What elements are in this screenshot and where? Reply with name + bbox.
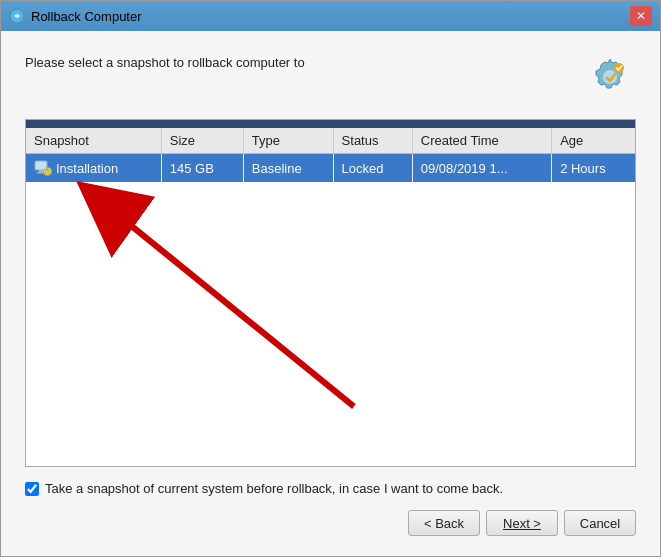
table-wrapper[interactable]: Snapshot Size Type Status Created Time A… (26, 128, 635, 466)
cell-age: 2 Hours (552, 154, 635, 183)
cell-snapshot-name: Installation (56, 161, 118, 176)
instruction-text: Please select a snapshot to rollback com… (25, 55, 305, 70)
col-header-status: Status (333, 128, 412, 154)
title-bar: Rollback Computer ✕ (1, 1, 660, 31)
main-window: Rollback Computer ✕ Please select a snap… (0, 0, 661, 557)
checkbox-row: Take a snapshot of current system before… (25, 481, 636, 496)
table-row[interactable]: Installation 145 GB Baseline Locked 09/0… (26, 154, 635, 183)
cell-status: Locked (333, 154, 412, 183)
checkbox-label[interactable]: Take a snapshot of current system before… (45, 481, 503, 496)
col-header-created-time: Created Time (412, 128, 551, 154)
app-icon (9, 8, 25, 24)
footer: < Back Next > Cancel (25, 510, 636, 540)
col-header-snapshot: Snapshot (26, 128, 161, 154)
content-area: Please select a snapshot to rollback com… (1, 31, 660, 556)
snapshot-table: Snapshot Size Type Status Created Time A… (26, 128, 635, 182)
svg-point-2 (614, 63, 624, 73)
col-header-type: Type (243, 128, 333, 154)
cell-size: 145 GB (161, 154, 243, 183)
relative-container: Snapshot Size Type Status Created Time A… (25, 119, 636, 481)
gear-icon (584, 51, 636, 103)
back-button[interactable]: < Back (408, 510, 480, 536)
col-header-size: Size (161, 128, 243, 154)
close-button[interactable]: ✕ (630, 6, 652, 26)
title-bar-left: Rollback Computer (9, 8, 142, 24)
cell-snapshot: Installation (26, 154, 161, 183)
dark-header-bar (26, 120, 635, 128)
table-container: Snapshot Size Type Status Created Time A… (25, 119, 636, 467)
cell-created-time: 09/08/2019 1... (412, 154, 551, 183)
header-row: Please select a snapshot to rollback com… (25, 51, 636, 103)
window-title: Rollback Computer (31, 9, 142, 24)
svg-rect-7 (45, 170, 50, 174)
cell-type: Baseline (243, 154, 333, 183)
next-button[interactable]: Next > (486, 510, 558, 536)
cancel-button[interactable]: Cancel (564, 510, 636, 536)
svg-rect-4 (39, 170, 43, 172)
snapshot-checkbox[interactable] (25, 482, 39, 496)
col-header-age: Age (552, 128, 635, 154)
snapshot-icon (34, 159, 52, 177)
